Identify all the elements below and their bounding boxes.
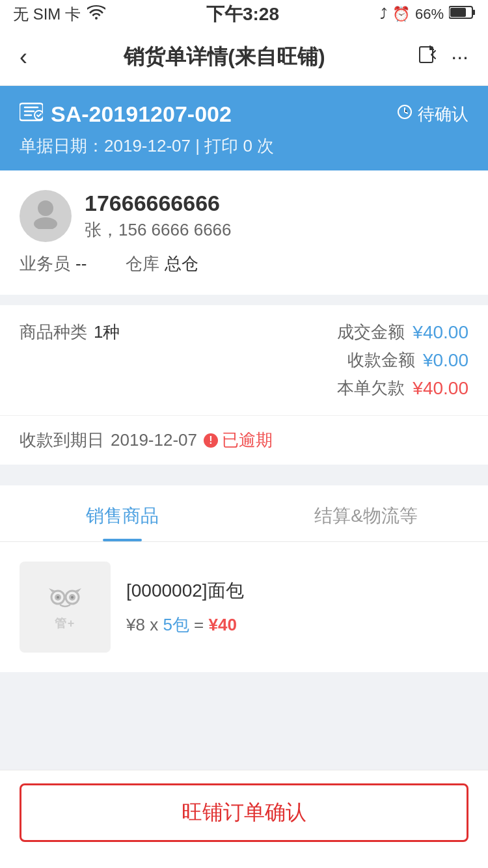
summary-section: 商品种类 1种 成交金额 ¥40.00 收款金额 ¥0.00 本单欠款 ¥40.…: [0, 305, 488, 415]
total-value: ¥40: [208, 615, 236, 634]
owed-amount-label: 本单欠款: [337, 377, 405, 400]
battery-text: 66%: [415, 6, 444, 23]
battery-icon: [449, 5, 475, 23]
bottom-bar: 旺铺订单确认: [0, 770, 488, 868]
svg-rect-1: [472, 10, 475, 15]
avatar: [20, 190, 72, 242]
share-button[interactable]: [417, 44, 438, 70]
svg-rect-2: [450, 8, 466, 17]
status-left: 无 SIM 卡: [13, 4, 105, 25]
received-amount-label: 收款金额: [347, 349, 415, 372]
divider-1: [0, 295, 488, 305]
status-right: ⤴ ⏰ 66%: [380, 5, 475, 23]
order-date: 单据日期：2019-12-07 | 打印 0 次: [20, 135, 468, 157]
due-date-label: 收款到期日: [20, 429, 104, 452]
quantity-value: 5包: [163, 615, 189, 634]
customer-name: 张，156 6666 6666: [85, 219, 232, 241]
svg-point-8: [34, 217, 57, 229]
tabs-section: 销售商品 结算&物流等 管+: [0, 485, 488, 672]
due-date-value: 2019-12-07: [111, 430, 197, 450]
deal-amount-label: 成交金额: [337, 321, 405, 344]
product-thumbnail: 管+: [20, 562, 111, 653]
owed-amount-value: ¥40.00: [413, 378, 468, 399]
due-date-section: 收款到期日 2019-12-07 ! 已逾期: [0, 415, 488, 465]
tab-settlement[interactable]: 结算&物流等: [244, 485, 488, 541]
product-item: 管+ [0000002]面包 ¥8 x 5包 = ¥40: [0, 542, 488, 672]
avatar-icon: [29, 197, 62, 236]
page-title: 销货单详情(来自旺铺): [59, 43, 390, 72]
location-icon: ⤴: [380, 6, 387, 23]
nav-actions: ···: [390, 44, 468, 70]
svg-point-5: [34, 111, 43, 120]
order-id: SA-20191207-002: [20, 102, 232, 127]
customer-meta: 业务员 -- 仓库 总仓: [20, 252, 468, 275]
deal-amount-value: ¥40.00: [413, 322, 468, 343]
back-button[interactable]: ‹: [20, 44, 59, 71]
product-price: ¥8 x 5包 = ¥40: [126, 614, 468, 636]
product-type-label: 商品种类: [20, 321, 87, 344]
product-name: [0000002]面包: [126, 578, 468, 603]
order-status: 待确认: [397, 103, 468, 126]
product-type-value: 1种: [94, 321, 120, 344]
warehouse-value: 总仓: [165, 252, 198, 275]
clock-icon: [397, 104, 413, 124]
overdue-icon: !: [204, 433, 218, 448]
overdue-text: 已逾期: [222, 429, 273, 452]
product-info: [0000002]面包 ¥8 x 5包 = ¥40: [126, 578, 468, 636]
product-logo: 管+: [42, 583, 88, 631]
more-button[interactable]: ···: [451, 45, 468, 69]
confirm-button[interactable]: 旺铺订单确认: [20, 783, 468, 842]
alarm-icon: ⏰: [392, 6, 410, 23]
wifi-icon: [87, 5, 105, 23]
price-text: ¥8 x: [126, 615, 163, 634]
status-time: 下午3:28: [206, 2, 279, 27]
customer-section: 17666666666 张，156 6666 6666 业务员 -- 仓库 总仓: [0, 170, 488, 295]
svg-point-13: [57, 596, 59, 599]
order-icon: [20, 102, 43, 127]
order-header: SA-20191207-002 待确认 单据日期：2019-12-07 | 打印…: [0, 86, 488, 170]
tabs-bar: 销售商品 结算&物流等: [0, 485, 488, 542]
svg-point-7: [38, 200, 53, 216]
svg-point-14: [71, 596, 74, 599]
divider-2: [0, 465, 488, 475]
customer-phone: 17666666666: [85, 191, 232, 216]
equals-text: =: [189, 615, 209, 634]
salesperson-label: 业务员: [20, 252, 70, 275]
status-bar: 无 SIM 卡 下午3:28 ⤴ ⏰ 66%: [0, 0, 488, 29]
overdue-badge: ! 已逾期: [204, 429, 273, 452]
warehouse-label: 仓库: [126, 252, 159, 275]
nav-bar: ‹ 销货单详情(来自旺铺) ···: [0, 29, 488, 86]
salesperson-value: --: [75, 254, 87, 274]
received-amount-value: ¥0.00: [423, 350, 468, 371]
product-logo-text: 管+: [55, 616, 76, 631]
sim-status: 无 SIM 卡: [13, 4, 81, 25]
tab-sales-products[interactable]: 销售商品: [0, 485, 244, 541]
